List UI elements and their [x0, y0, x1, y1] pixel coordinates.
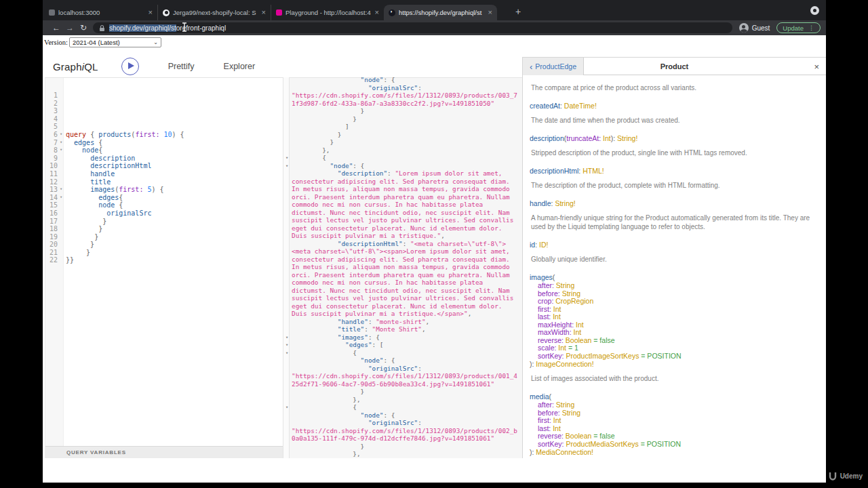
line-number: 2 — [45, 100, 58, 108]
explorer-button[interactable]: Explorer — [224, 62, 256, 71]
doc-arg-name: crop: — [538, 297, 553, 305]
doc-field-name[interactable]: handle — [530, 199, 551, 207]
back-icon[interactable]: ← — [50, 23, 63, 33]
browser-tab[interactable]: Jerga99/next-shopify-local: S× — [157, 5, 271, 20]
doc-type-link[interactable]: ImageConnection! — [536, 360, 593, 368]
guest-avatar[interactable] — [739, 23, 749, 33]
editor-line: 18 } — [45, 225, 283, 233]
tab-close-icon[interactable]: × — [262, 9, 266, 16]
fold-arrow-icon[interactable]: ▾ — [285, 342, 288, 348]
doc-field-name[interactable]: createdAt — [530, 102, 560, 110]
code-token: } — [66, 241, 94, 248]
doc-type-link[interactable]: MediaConnection! — [536, 448, 593, 456]
tab-close-icon[interactable]: × — [375, 9, 379, 16]
doc-type-link[interactable]: String — [556, 401, 574, 409]
doc-type-link[interactable]: Boolean — [566, 432, 592, 440]
code-token — [66, 194, 98, 201]
code-token — [292, 396, 353, 403]
code-line: } — [64, 241, 94, 249]
doc-arg-name: reverse: — [538, 432, 564, 440]
doc-arg-name: scale: — [538, 344, 556, 352]
doc-field-description: Stripped description of the product, sin… — [530, 148, 815, 157]
doc-type-link[interactable]: ProductImageSortKeys — [566, 352, 639, 360]
version-select[interactable]: 2021-04 (Latest) ⌄ — [69, 37, 161, 47]
code-token: }, — [353, 396, 360, 403]
doc-type-link[interactable]: Int — [553, 312, 561, 321]
doc-type-link[interactable]: HTML! — [583, 167, 604, 175]
mouse-cursor-ibeam — [182, 22, 187, 32]
fold-arrow-icon[interactable]: ▾ — [58, 194, 64, 202]
doc-type-link[interactable]: String — [562, 409, 580, 417]
fold-arrow-icon[interactable]: ▾ — [285, 350, 288, 357]
code-token: title — [90, 178, 111, 186]
code-token: edges — [74, 139, 94, 146]
doc-close-button[interactable]: × — [814, 58, 819, 75]
doc-type-link[interactable]: String — [556, 281, 574, 289]
doc-type-link[interactable]: Int — [574, 328, 582, 336]
browser-tab[interactable]: Playground - http://localhost:4× — [271, 5, 384, 20]
forward-icon[interactable]: → — [63, 23, 77, 33]
extension-icon[interactable] — [810, 6, 819, 15]
code-token — [292, 240, 338, 247]
doc-type-link[interactable]: ProductMediaSortKeys — [566, 440, 638, 448]
code-token — [292, 357, 361, 364]
fold-arrow-icon[interactable]: ▾ — [58, 146, 64, 155]
doc-field-name[interactable]: descriptionHtml — [530, 167, 578, 175]
doc-type-link[interactable]: String! — [555, 199, 575, 207]
query-variables-toggle[interactable]: QUERY VARIABLES — [45, 446, 283, 458]
editor-line: 14▾ edges{ — [45, 194, 283, 202]
fold-arrow-icon[interactable]: ▾ — [58, 139, 64, 147]
doc-field-name[interactable]: media — [530, 392, 549, 401]
doc-type-link[interactable]: String! — [617, 134, 637, 142]
doc-type-link[interactable]: CropRegion — [555, 297, 593, 305]
code-token: { — [353, 349, 357, 357]
reload-icon[interactable]: ↻ — [77, 23, 90, 33]
fold-arrow-icon[interactable]: ▾ — [285, 155, 288, 161]
code-token: } — [361, 443, 365, 450]
code-token: "node" — [361, 411, 384, 419]
fold-arrow-icon[interactable]: ▾ — [58, 131, 64, 139]
fold-gutter — [58, 107, 64, 115]
doc-type-link[interactable]: Int — [558, 344, 566, 352]
doc-type-link[interactable]: ID! — [539, 241, 548, 249]
fold-arrow-icon[interactable]: ▾ — [285, 334, 288, 341]
tab-title: Jerga99/next-shopify-local: S — [173, 9, 258, 16]
doc-field-name[interactable]: description — [530, 134, 564, 142]
doc-field-name[interactable]: images — [530, 273, 553, 281]
tab-close-icon[interactable]: × — [149, 9, 153, 16]
browser-tab[interactable]: localhost:3000× — [44, 5, 157, 20]
query-editor[interactable]: 123456▾query { products(first: 10) {7▾ e… — [45, 77, 283, 458]
doc-back-button[interactable]: ‹ ProductEdge — [523, 58, 584, 75]
fold-arrow-icon[interactable]: ▾ — [285, 163, 288, 169]
doc-field-section: handle: String!A human-friendly unique s… — [530, 199, 815, 231]
doc-field-name[interactable]: id — [530, 241, 535, 249]
result-line: "node": { — [292, 411, 520, 420]
doc-type-link[interactable]: Int — [553, 305, 561, 313]
code-line: edges{ — [64, 194, 123, 202]
tab-close-icon[interactable]: × — [488, 9, 492, 16]
tabs: localhost:3000×Jerga99/next-shopify-loca… — [44, 5, 497, 20]
menu-dots-icon[interactable]: ⋮ — [808, 24, 814, 31]
new-tab-button[interactable]: + — [511, 4, 526, 19]
prettify-button[interactable]: Prettify — [168, 62, 195, 71]
doc-type-link[interactable]: Int — [553, 424, 561, 432]
browser-tab[interactable]: https://shopify.dev/graphiql/st× — [384, 5, 497, 20]
doc-field-section: media(after: Stringbefore: Stringfirst: … — [530, 392, 815, 458]
execute-query-button[interactable] — [121, 58, 139, 75]
doc-type-link[interactable]: Int — [576, 321, 584, 329]
panel-resizer[interactable] — [283, 77, 290, 458]
fold-arrow-icon[interactable]: ▾ — [285, 404, 288, 411]
doc-type-link[interactable]: Int — [553, 416, 561, 424]
address-bar[interactable]: shopify.dev/graphiql/storefront-graphiql — [93, 22, 732, 33]
code-line — [64, 107, 66, 115]
editor-line: 15 node { — [45, 201, 283, 209]
code-token: ) { — [151, 186, 163, 193]
doc-type-link[interactable]: String — [562, 289, 580, 298]
fold-gutter — [58, 249, 64, 257]
fold-arrow-icon[interactable]: ▾ — [58, 186, 64, 194]
doc-type-link[interactable]: Int — [603, 134, 611, 142]
update-button[interactable]: Update ⋮ — [776, 22, 821, 33]
doc-type-link[interactable]: DateTime! — [564, 102, 597, 110]
result-line: "node": { — [292, 357, 520, 365]
doc-type-link[interactable]: Boolean — [566, 336, 592, 344]
